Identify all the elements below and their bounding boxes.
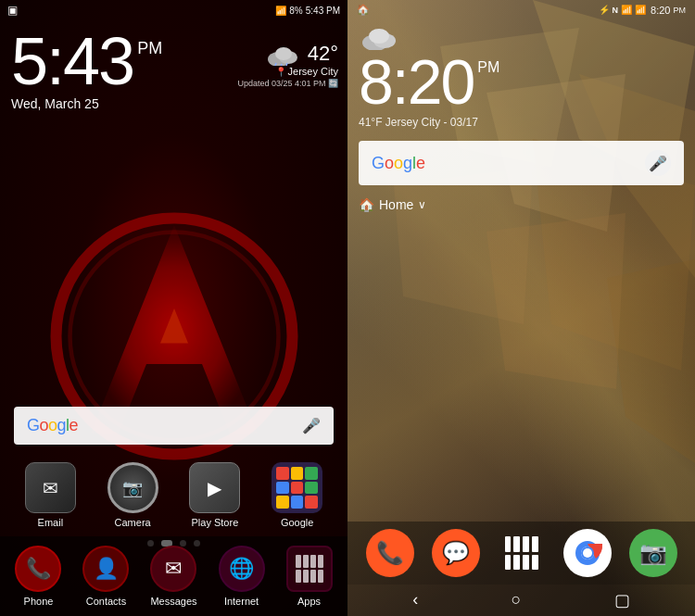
right-period-status: PM: [674, 6, 687, 15]
right-search-container[interactable]: Google 🎤: [359, 141, 684, 185]
left-date: Wed, March 25: [11, 96, 336, 111]
right-bt-icon: ⚡: [599, 5, 610, 15]
right-dock-messages[interactable]: 💬: [432, 529, 480, 577]
left-phone-label: Phone: [24, 596, 54, 607]
right-dock-icons: 📞 💬: [348, 522, 695, 585]
left-battery-text: 8%: [289, 6, 302, 16]
left-playstore-label: Play Store: [192, 517, 239, 528]
left-time: 5:43: [11, 28, 133, 94]
left-dock-messages[interactable]: ✉ Messages: [150, 546, 196, 607]
right-google-logo: Google: [372, 154, 425, 173]
left-notif-icon: ▣: [7, 4, 18, 17]
right-camera-icon: 📷: [629, 529, 677, 577]
left-google-label: Google: [281, 517, 313, 528]
right-search-bar[interactable]: Google 🎤: [359, 141, 684, 185]
right-dock-camera[interactable]: 📷: [629, 529, 677, 577]
right-dock: 📞 💬: [348, 522, 695, 616]
left-cloud-icon: [265, 43, 302, 66]
left-messages-label: Messages: [150, 596, 196, 607]
left-internet-label: Internet: [224, 596, 259, 607]
left-dock-phone[interactable]: 📞 Phone: [15, 546, 61, 607]
left-search-container[interactable]: Google 🎤: [14, 407, 334, 445]
left-phone: ▣ 📶 8% 5:43 PM 5:43 PM Wed, March 25: [0, 0, 348, 616]
svg-point-33: [583, 548, 592, 558]
left-period: PM: [137, 39, 162, 58]
left-contacts-icon: 👤: [82, 546, 129, 592]
left-internet-icon: 🌐: [219, 546, 265, 592]
left-app-row: ✉ Email 📷 Camera ▶ Play Store: [0, 462, 348, 528]
right-messages-icon: 💬: [432, 529, 480, 577]
left-camera-icon: 📷: [107, 462, 158, 513]
right-clock-area: 8:20 PM 41°F Jersey City - 03/17: [348, 19, 695, 133]
left-apps-label: Apps: [297, 596, 321, 607]
left-weather-city: 📍 Jersey City: [275, 66, 338, 77]
right-mic-icon[interactable]: 🎤: [645, 150, 671, 176]
right-period: PM: [477, 59, 499, 76]
left-camera-label: Camera: [115, 517, 151, 528]
right-weather-info: 41°F Jersey City - 03/17: [359, 116, 684, 129]
right-status-left: 🏠: [357, 4, 370, 16]
left-contacts-label: Contacts: [86, 596, 126, 607]
right-dock-phone[interactable]: 📞: [366, 529, 414, 577]
left-google-logo: Google: [27, 416, 78, 435]
right-status-right: ⚡ N 📶 📶 8:20 PM: [599, 5, 686, 16]
right-home-label: 🏠 Home ∨: [348, 193, 695, 217]
home-house-icon: 🏠: [359, 197, 374, 212]
left-status-icons: 📶 8% 5:43 PM: [275, 6, 340, 16]
left-weather-updated: Updated 03/25 4:01 PM 🔄: [237, 79, 338, 88]
left-camera-app[interactable]: 📷 Camera: [107, 462, 158, 528]
svg-marker-17: [486, 213, 626, 389]
left-playstore-app[interactable]: ▶ Play Store: [189, 462, 240, 528]
right-wifi-icon: 📶: [621, 5, 632, 15]
svg-point-20: [369, 29, 389, 44]
left-email-label: Email: [38, 517, 64, 528]
right-chrome-icon: [563, 529, 612, 577]
left-time-status: 5:43 PM: [306, 6, 340, 16]
left-status-bar: ▣ 📶 8% 5:43 PM: [0, 0, 348, 20]
right-apps-grid-icon: [498, 529, 546, 577]
left-mic-icon[interactable]: 🎤: [302, 417, 321, 434]
left-dock-internet[interactable]: 🌐 Internet: [219, 546, 265, 607]
right-dock-apps[interactable]: [498, 529, 546, 577]
right-nav-bar: ‹ ○ ▢: [348, 585, 695, 616]
left-city: Jersey City: [288, 66, 338, 77]
right-phone-icon: 📞: [366, 529, 414, 577]
left-temp: 42°: [308, 42, 338, 66]
left-email-icon: ✉: [25, 462, 76, 513]
left-signal-icon: 📶: [275, 6, 286, 16]
right-nfc-icon: N: [613, 6, 619, 15]
right-recent-button[interactable]: ▢: [614, 590, 630, 610]
left-dock-apps[interactable]: Apps: [286, 546, 333, 607]
left-google-app[interactable]: Google: [272, 462, 322, 528]
home-chevron-icon: ∨: [418, 198, 426, 211]
right-phone: 🏠 ⚡ N 📶 📶 8:20 PM 8:20 PM 41°F Jersey Ci…: [348, 0, 695, 616]
left-search-bar[interactable]: Google 🎤: [14, 407, 334, 445]
chrome-logo-icon: [571, 536, 604, 570]
left-dock: 📞 Phone 👤 Contacts ✉ Messages 🌐 Internet: [0, 536, 348, 616]
right-home-status-icon: 🏠: [357, 4, 370, 16]
left-google-icon: [272, 462, 322, 513]
left-weather: 42° 📍 Jersey City Updated 03/25 4:01 PM …: [237, 42, 338, 88]
left-phone-icon: 📞: [15, 546, 61, 592]
left-email-app[interactable]: ✉ Email: [25, 462, 76, 528]
left-apps-icon: [286, 546, 333, 592]
left-playstore-icon: ▶: [189, 462, 240, 513]
home-text: Home: [379, 197, 413, 212]
right-home-button[interactable]: ○: [512, 590, 522, 610]
right-signal-icon: 📶: [635, 5, 646, 15]
left-dock-contacts[interactable]: 👤 Contacts: [82, 546, 129, 607]
right-back-button[interactable]: ‹: [412, 590, 418, 610]
right-status-bar: 🏠 ⚡ N 📶 📶 8:20 PM: [348, 0, 695, 19]
svg-point-6: [275, 47, 292, 60]
right-time-status: 8:20: [651, 5, 670, 16]
left-messages-icon: ✉: [150, 546, 196, 592]
right-dock-chrome[interactable]: [563, 529, 612, 577]
right-time: 8:20: [359, 50, 474, 113]
